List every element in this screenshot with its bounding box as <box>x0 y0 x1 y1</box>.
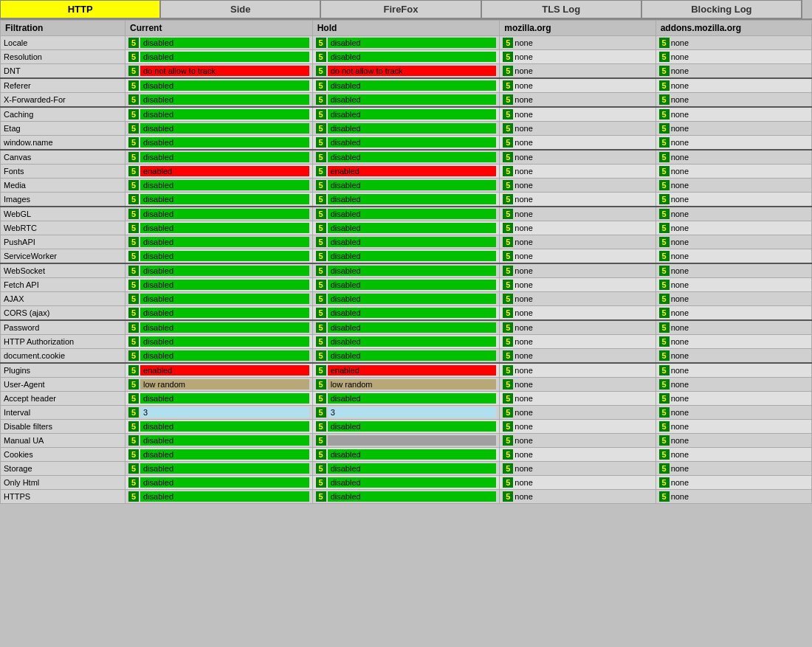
cell-hold[interactable]: 5 disabled <box>312 392 500 406</box>
cell-hold[interactable]: 5 disabled <box>312 36 500 50</box>
cell-hold[interactable]: 5 disabled <box>312 50 500 64</box>
cell-hold[interactable]: 5 disabled <box>312 107 500 122</box>
moz-value: none <box>515 138 532 147</box>
cell-current[interactable]: 5 disabled <box>125 78 313 93</box>
cell-current[interactable]: 5 disabled <box>125 107 313 122</box>
cell-mozilla: 5 none <box>500 36 656 50</box>
cell-current[interactable]: 5 disabled <box>125 93 313 108</box>
cell-hold[interactable]: 5 disabled <box>312 490 500 504</box>
cell-mozilla: 5 none <box>500 335 656 349</box>
num-badge-moz: 5 <box>503 80 513 91</box>
cell-current[interactable]: 5 disabled <box>125 263 313 278</box>
row-label-disable-filters: Disable filters <box>1 420 125 434</box>
cell-hold[interactable]: 5 low random <box>312 378 500 392</box>
cell-current[interactable]: 5 disabled <box>125 490 313 504</box>
cell-mozilla: 5 none <box>500 420 656 434</box>
cell-hold[interactable]: 5 disabled <box>312 278 500 292</box>
cell-hold[interactable]: 5 enabled <box>312 363 500 378</box>
cell-current[interactable]: 5 enabled <box>125 363 313 378</box>
cell-hold[interactable]: 5 disabled <box>312 249 500 264</box>
cell-current[interactable]: 5 do not allow to track <box>125 64 313 79</box>
cell-hold[interactable]: 5 enabled <box>312 165 500 179</box>
cell-hold[interactable]: 5 disabled <box>312 78 500 93</box>
cell-current[interactable]: 5 disabled <box>125 335 313 349</box>
cell-hold[interactable]: 5 disabled <box>312 292 500 306</box>
cell-current[interactable]: 5 disabled <box>125 349 313 364</box>
cell-hold[interactable]: 5 disabled <box>312 207 500 221</box>
cell-hold[interactable]: 5 disabled <box>312 221 500 235</box>
cell-current[interactable]: 5 disabled <box>125 235 313 249</box>
cell-hold[interactable]: 5 disabled <box>312 462 500 476</box>
num-badge-addons: 5 <box>659 109 670 120</box>
cell-current[interactable]: 5 disabled <box>125 36 313 50</box>
cell-hold[interactable]: 5 disabled <box>312 320 500 335</box>
cell-hold[interactable]: 5 disabled <box>312 179 500 193</box>
cell-current[interactable]: 5 disabled <box>125 476 313 490</box>
num-badge-current: 5 <box>128 237 139 247</box>
cell-mozilla: 5 none <box>500 179 656 193</box>
num-badge-current: 5 <box>128 449 139 460</box>
num-badge-hold: 5 <box>316 123 326 134</box>
cell-current[interactable]: 5 low random <box>125 378 313 392</box>
hold-value: disabled <box>328 336 497 347</box>
cell-current[interactable]: 5 disabled <box>125 434 313 448</box>
cell-current[interactable]: 5 disabled <box>125 292 313 306</box>
row-label-x-forwarded-for: X-Forwarded-For <box>1 93 125 108</box>
cell-current[interactable]: 5 disabled <box>125 150 313 165</box>
num-badge-hold: 5 <box>316 223 326 233</box>
cell-hold[interactable]: 5 disabled <box>312 136 500 150</box>
cell-current[interactable]: 5 3 <box>125 406 313 420</box>
cell-hold[interactable]: 5 do not allow to track <box>312 64 500 79</box>
cell-current[interactable]: 5 disabled <box>125 179 313 193</box>
cell-hold[interactable]: 5 disabled <box>312 235 500 249</box>
cell-hold[interactable]: 5 disabled <box>312 476 500 490</box>
cell-hold[interactable]: 5 disabled <box>312 193 500 207</box>
num-badge-current: 5 <box>128 280 139 290</box>
cell-current[interactable]: 5 disabled <box>125 306 313 321</box>
num-badge-hold: 5 <box>316 194 326 204</box>
cell-hold[interactable]: 5 disabled <box>312 93 500 108</box>
cell-current[interactable]: 5 disabled <box>125 193 313 207</box>
cell-current[interactable]: 5 disabled <box>125 392 313 406</box>
cell-hold[interactable]: 5 disabled <box>312 263 500 278</box>
current-value: enabled <box>140 365 309 376</box>
cell-current[interactable]: 5 disabled <box>125 136 313 150</box>
cell-hold[interactable]: 5 3 <box>312 406 500 420</box>
moz-value: none <box>515 238 532 246</box>
current-value: disabled <box>140 463 309 474</box>
cell-current[interactable]: 5 disabled <box>125 278 313 292</box>
cell-current[interactable]: 5 disabled <box>125 448 313 462</box>
tab-blocking-log[interactable]: Blocking Log <box>641 0 802 18</box>
cell-hold[interactable]: 5 disabled <box>312 122 500 136</box>
num-badge-current: 5 <box>128 66 139 76</box>
cell-current[interactable]: 5 enabled <box>125 165 313 179</box>
cell-current[interactable]: 5 disabled <box>125 420 313 434</box>
tab-tls-log[interactable]: TLS Log <box>481 0 641 18</box>
tab-side[interactable]: Side <box>160 0 320 18</box>
cell-current[interactable]: 5 disabled <box>125 122 313 136</box>
table-row: User-Agent 5 low random 5 low random 5 n… <box>1 378 812 392</box>
moz-value: none <box>515 266 532 275</box>
cell-hold[interactable]: 5 disabled <box>312 420 500 434</box>
cell-hold[interactable]: 5 <box>312 434 500 448</box>
row-label-manual-ua: Manual UA <box>1 434 125 448</box>
num-badge-moz: 5 <box>503 421 513 432</box>
addons-value: none <box>671 224 689 232</box>
cell-current[interactable]: 5 disabled <box>125 320 313 335</box>
cell-current[interactable]: 5 disabled <box>125 50 313 64</box>
cell-hold[interactable]: 5 disabled <box>312 349 500 364</box>
cell-hold[interactable]: 5 disabled <box>312 306 500 321</box>
cell-hold[interactable]: 5 disabled <box>312 448 500 462</box>
cell-current[interactable]: 5 disabled <box>125 462 313 476</box>
cell-current[interactable]: 5 disabled <box>125 249 313 264</box>
moz-value: none <box>515 210 532 218</box>
cell-current[interactable]: 5 disabled <box>125 207 313 221</box>
tab-http[interactable]: HTTP <box>0 0 160 18</box>
cell-hold[interactable]: 5 disabled <box>312 150 500 165</box>
cell-current[interactable]: 5 disabled <box>125 221 313 235</box>
cell-hold[interactable]: 5 disabled <box>312 335 500 349</box>
num-badge-hold: 5 <box>316 350 326 361</box>
num-badge-moz: 5 <box>503 365 513 376</box>
table-row: Password 5 disabled 5 disabled 5 none 5 … <box>1 320 812 335</box>
tab-firefox[interactable]: FireFox <box>320 0 481 18</box>
